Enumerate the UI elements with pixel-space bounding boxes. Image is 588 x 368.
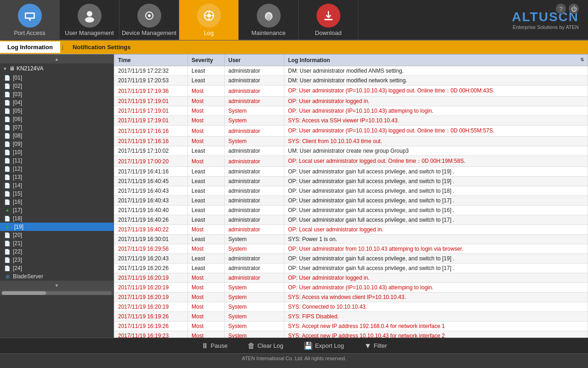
sidebar-root-item[interactable]: ▼ 🖥 KN2124VA bbox=[0, 63, 113, 74]
cell-time: 2017/11/19 17:19:01 bbox=[114, 106, 188, 116]
sidebar-item-05[interactable]: 📄 [05] bbox=[0, 107, 113, 115]
th-log-info[interactable]: Log Information ⇅ bbox=[284, 55, 588, 66]
sidebar-item-23[interactable]: 📄 [23] bbox=[0, 256, 113, 264]
sidebar-item-22[interactable]: 📄 [22] bbox=[0, 247, 113, 256]
sidebar-item-14[interactable]: 📄 [14] bbox=[0, 181, 113, 190]
tab-notification-settings[interactable]: Notification Settings bbox=[65, 41, 138, 53]
nav-log[interactable]: Log bbox=[179, 0, 239, 40]
cell-info: OP: User administrator gain full access … bbox=[284, 215, 588, 225]
cell-severity: Least bbox=[188, 186, 225, 196]
sidebar-item-16[interactable]: 📄 [16] bbox=[0, 198, 113, 206]
cell-time: 2017/11/19 16:20:19 bbox=[114, 302, 188, 312]
sidebar-scroll-up[interactable]: ▲ bbox=[0, 54, 113, 63]
clear-log-label: Clear Log bbox=[257, 342, 283, 349]
cell-time: 2017/11/19 16:20:19 bbox=[114, 293, 188, 302]
cell-severity: Most bbox=[188, 225, 225, 235]
svg-rect-1 bbox=[26, 14, 34, 17]
cell-info: SYS: Access via windows client IP=10.10.… bbox=[284, 293, 588, 302]
log-icon bbox=[197, 4, 221, 28]
table-row: 2017/11/19 16:19:23MostSystemSYS: Accept… bbox=[114, 331, 588, 338]
sidebar-item-10-label: [10] bbox=[13, 149, 22, 155]
cell-time: 2017/11/19 17:22:32 bbox=[114, 66, 188, 76]
cell-time: 2017/11/19 17:20:53 bbox=[114, 76, 188, 86]
sidebar-item-20[interactable]: 📄 [20] bbox=[0, 231, 113, 239]
cell-info: OP: User administrator gain full access … bbox=[284, 177, 588, 186]
nav-maintenance[interactable]: Maintenance bbox=[239, 0, 299, 40]
nav-download[interactable]: Download bbox=[299, 0, 358, 40]
port-icon-10: 📄 bbox=[4, 150, 11, 155]
power-icon[interactable]: ⏻ bbox=[569, 4, 579, 14]
port-icon-22: 📄 bbox=[4, 249, 11, 255]
cell-time: 2017/11/19 16:20:26 bbox=[114, 264, 188, 273]
cell-severity: Least bbox=[188, 254, 225, 264]
th-user[interactable]: User bbox=[225, 55, 284, 66]
sidebar-item-11[interactable]: 📄 [11] bbox=[0, 156, 113, 165]
cell-info: SYS: Accept new IP address 192.168.0.4 f… bbox=[284, 322, 588, 331]
cell-user: System bbox=[225, 302, 284, 312]
sidebar-item-01[interactable]: 📄 [01] bbox=[0, 74, 113, 82]
sidebar-horizontal-scroll[interactable] bbox=[0, 290, 113, 295]
sidebar-item-21-label: [21] bbox=[13, 240, 22, 247]
filter-label: Filter bbox=[374, 342, 387, 349]
filter-button[interactable]: ▼ Filter bbox=[360, 340, 392, 352]
sidebar-item-17[interactable]: ● [17] bbox=[0, 206, 113, 214]
sidebar-item-07[interactable]: 📄 [07] bbox=[0, 123, 113, 132]
export-log-button[interactable]: 💾 Export Log bbox=[299, 339, 349, 352]
log-table: Time Severity User Log Information ⇅ 201… bbox=[114, 54, 588, 338]
nav-user-management[interactable]: User Management bbox=[60, 0, 119, 40]
sidebar-item-21[interactable]: 📄 [21] bbox=[0, 239, 113, 247]
filter-icon: ▼ bbox=[364, 342, 372, 350]
sidebar-item-15[interactable]: 📄 [15] bbox=[0, 190, 113, 198]
cell-time: 2017/11/19 16:29:56 bbox=[114, 244, 188, 254]
cell-info: OP: User administrator from 10.10.10.43 … bbox=[284, 244, 588, 254]
sidebar-item-09[interactable]: 📄 [09] bbox=[0, 140, 113, 148]
sidebar-scroll-down[interactable]: ▼ bbox=[0, 281, 113, 290]
sidebar-item-18[interactable]: 📄 [18] bbox=[0, 214, 113, 223]
sidebar-item-06[interactable]: 📄 [06] bbox=[0, 115, 113, 123]
table-row: 2017/11/19 17:19:01MostSystemOP: User ad… bbox=[114, 106, 588, 116]
port-icon-06: 📄 bbox=[4, 116, 11, 122]
port-icon-20: 📄 bbox=[4, 232, 11, 238]
sidebar-item-13[interactable]: 📄 [13] bbox=[0, 173, 113, 181]
sidebar-item-bladeserver[interactable]: ⊞ BladeServer bbox=[0, 272, 113, 281]
clear-log-button[interactable]: 🗑 Clear Log bbox=[243, 340, 288, 352]
tab-log-information[interactable]: Log Information bbox=[0, 41, 60, 53]
nav-port-access[interactable]: Port Access bbox=[0, 0, 60, 40]
cell-severity: Most bbox=[188, 126, 225, 137]
nav-user-management-label: User Management bbox=[65, 29, 114, 36]
sidebar-item-19[interactable]: ● [19] bbox=[0, 223, 113, 231]
cell-user: administrator bbox=[225, 186, 284, 196]
sidebar-item-04[interactable]: 📄 [04] bbox=[0, 98, 113, 107]
cell-severity: Least bbox=[188, 146, 225, 156]
pause-button[interactable]: ⏸ Pause bbox=[197, 340, 232, 352]
svg-point-3 bbox=[87, 11, 92, 17]
table-header-row: Time Severity User Log Information ⇅ bbox=[114, 55, 588, 66]
cell-severity: Least bbox=[188, 206, 225, 215]
cell-info: SYS: Access via SSH viewer IP=10.10.10.4… bbox=[284, 116, 588, 126]
cell-severity: Most bbox=[188, 156, 225, 167]
sidebar-item-10[interactable]: 📄 [10] bbox=[0, 148, 113, 156]
user-management-icon bbox=[78, 4, 102, 28]
table-row: 2017/11/19 16:20:26LeastadministratorOP:… bbox=[114, 264, 588, 273]
th-time[interactable]: Time bbox=[114, 55, 188, 66]
nav-device-management[interactable]: Device Management bbox=[119, 0, 179, 40]
sidebar-item-08[interactable]: 📄 [08] bbox=[0, 132, 113, 140]
sidebar-item-02[interactable]: 📄 [02] bbox=[0, 82, 113, 90]
help-icon[interactable]: ? bbox=[556, 4, 566, 14]
table-row: 2017/11/19 16:29:56MostSystemOP: User ad… bbox=[114, 244, 588, 254]
maintenance-icon bbox=[257, 4, 281, 28]
sidebar-item-24[interactable]: 📄 [24] bbox=[0, 264, 113, 272]
sidebar-item-14-label: [14] bbox=[13, 182, 22, 189]
nav-download-label: Download bbox=[315, 29, 342, 36]
port-icon-07: 📄 bbox=[4, 125, 11, 131]
table-row: 2017/11/19 17:19:36MostadministratorOP: … bbox=[114, 86, 588, 97]
cell-user: administrator bbox=[225, 206, 284, 215]
th-severity[interactable]: Severity bbox=[188, 55, 225, 66]
table-row: 2017/11/19 16:40:43LeastadministratorOP:… bbox=[114, 196, 588, 206]
table-row: 2017/11/19 17:10:02LeastadministratorUM:… bbox=[114, 146, 588, 156]
cell-info: OP: User administrator logged in. bbox=[284, 273, 588, 283]
port-icon-04: 📄 bbox=[4, 100, 11, 106]
log-table-wrapper[interactable]: Time Severity User Log Information ⇅ 201… bbox=[114, 54, 588, 338]
sidebar-item-03[interactable]: 📄 [03] bbox=[0, 90, 113, 98]
sidebar-item-12[interactable]: 📄 [12] bbox=[0, 165, 113, 173]
